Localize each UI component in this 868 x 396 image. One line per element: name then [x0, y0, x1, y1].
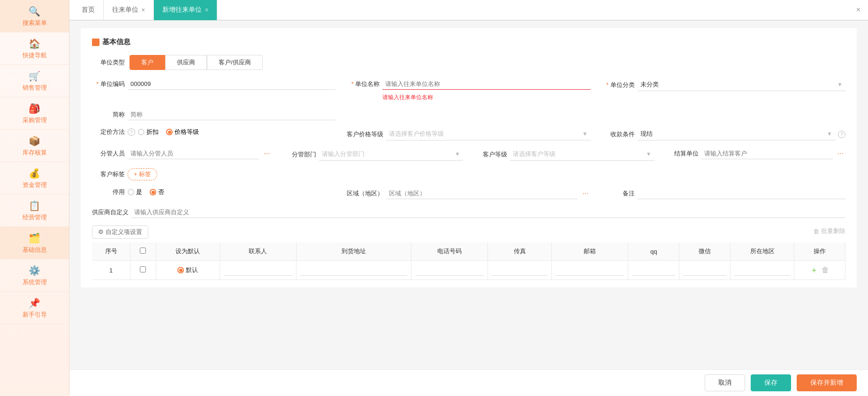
payment-terms-help[interactable]: ? — [838, 131, 845, 138]
sidebar-item-operations[interactable]: 📋 经营管理 — [0, 194, 69, 227]
sidebar-item-sales[interactable]: 🛒 销售管理 — [0, 65, 69, 97]
tab-home[interactable]: 首页 — [73, 0, 104, 20]
th-contact: 联系人 — [220, 242, 296, 261]
custom-settings-button[interactable]: ⚙ 自定义项设置 — [92, 225, 148, 239]
sidebar-label-basics: 基础信息 — [23, 246, 47, 254]
unit-category-label: 单位分类 — [602, 81, 635, 89]
td-email-input[interactable] — [556, 264, 624, 276]
form-row-6: 停用 是 否 区 — [92, 188, 845, 199]
settlement-unit-ellipsis[interactable]: ··· — [836, 149, 845, 158]
td-wechat-input[interactable] — [683, 264, 726, 276]
pricing-method-help[interactable]: ? — [128, 128, 135, 136]
cancel-button[interactable]: 取消 — [705, 374, 745, 391]
supervisor-ellipsis[interactable]: ··· — [262, 149, 272, 158]
customer-tag-label: 客户标签 — [92, 170, 125, 179]
sidebar-item-guide[interactable]: 📌 新手引导 — [0, 292, 69, 324]
th-phone: 电话号码 — [411, 242, 487, 261]
sidebar-item-basics[interactable]: 🗂️ 基础信息 — [0, 227, 69, 259]
td-default-radio-dot — [179, 269, 183, 272]
save-and-new-button[interactable]: 保存并新增 — [797, 374, 857, 391]
field-unit-name: 单位名称 请输入往来单位名称 — [347, 78, 590, 101]
radio-price-level[interactable]: 价格等级 — [166, 128, 199, 136]
tab-partners-close[interactable]: × — [141, 6, 145, 14]
tabs-close-all[interactable]: × — [856, 6, 868, 14]
tab-home-label: 首页 — [82, 6, 95, 14]
td-wechat — [679, 261, 731, 280]
sidebar-item-purchase[interactable]: 🎒 采购管理 — [0, 97, 69, 130]
supervisor-input[interactable] — [128, 148, 259, 159]
field-unit-category: 单位分类 未分类 ▼ — [602, 78, 845, 91]
section-title-basic: 基本信息 — [92, 38, 845, 47]
td-qq-input[interactable] — [632, 264, 675, 276]
unit-category-chevron: ▼ — [837, 81, 843, 88]
add-tag-button[interactable]: + 标签 — [128, 168, 157, 180]
radio-disabled-no[interactable]: 否 — [150, 188, 164, 196]
department-placeholder: 请输入分管部门 — [322, 150, 365, 158]
department-select[interactable]: 请输入分管部门 ▼ — [319, 148, 464, 161]
radio-discount-circle — [138, 129, 145, 135]
settlement-unit-input[interactable] — [701, 148, 833, 159]
payment-terms-select[interactable]: 现结 ▼ — [638, 128, 835, 140]
save-button[interactable]: 保存 — [751, 374, 791, 391]
radio-disabled-yes[interactable]: 是 — [128, 188, 142, 196]
type-btn-both[interactable]: 客户/供应商 — [207, 55, 263, 70]
radio-price-level-dot — [168, 131, 171, 134]
sidebar-item-inventory[interactable]: 📦 库存核算 — [0, 130, 69, 162]
td-contact-input[interactable] — [224, 264, 292, 276]
tab-new-partner-close[interactable]: × — [205, 6, 208, 14]
sidebar-item-quicknav[interactable]: 🏠 快捷导航 — [0, 32, 69, 65]
unit-code-input[interactable] — [128, 78, 335, 90]
settlement-unit-label: 结算单位 — [666, 149, 699, 158]
row-add-icon[interactable]: ＋ — [810, 265, 818, 275]
type-btn-customer[interactable]: 客户 — [129, 55, 165, 70]
th-check — [130, 242, 156, 261]
field-pricing-method: 定价方法 ? 折扣 价格等级 — [92, 128, 335, 136]
td-default-radio[interactable]: 默认 — [177, 266, 198, 274]
payment-terms-value: 现结 — [640, 130, 653, 138]
tab-new-partner-label: 新增往来单位 — [162, 6, 202, 14]
remark-input[interactable] — [638, 188, 845, 199]
tab-bar: 首页 往来单位 × 新增往来单位 × × — [69, 0, 868, 21]
department-chevron: ▼ — [455, 151, 460, 157]
tab-partners[interactable]: 往来单位 × — [104, 0, 154, 20]
td-address-input[interactable] — [300, 264, 407, 276]
row-delete-icon[interactable]: 🗑 — [822, 266, 829, 274]
sidebar-item-finance[interactable]: 💰 资金管理 — [0, 162, 69, 194]
row-checkbox[interactable] — [140, 266, 146, 272]
td-region-input[interactable] — [734, 264, 790, 276]
customer-price-level-label: 客户价格等级 — [347, 130, 383, 139]
th-select-all[interactable] — [140, 248, 146, 254]
batch-delete-button[interactable]: 🗑 批量删除 — [813, 227, 845, 235]
form-row-3: 定价方法 ? 折扣 价格等级 — [92, 128, 845, 140]
sidebar-label-system: 系统管理 — [23, 278, 47, 287]
td-address — [296, 261, 411, 280]
region-ellipsis[interactable]: ··· — [580, 189, 590, 198]
field-customer-price-level: 客户价格等级 请选择客户价格等级 ▼ — [347, 128, 590, 140]
unit-name-input[interactable] — [382, 78, 590, 90]
th-region: 所在地区 — [731, 242, 794, 261]
tab-new-partner[interactable]: 新增往来单位 × — [154, 0, 217, 20]
field-unit-code: 单位编码 — [92, 78, 335, 90]
type-btn-supplier[interactable]: 供应商 — [165, 55, 207, 70]
short-name-input[interactable] — [128, 109, 335, 120]
td-fax-input[interactable] — [492, 264, 548, 276]
region-input[interactable] — [386, 188, 578, 199]
customer-level-select[interactable]: 请选择客户等级 ▼ — [510, 148, 655, 161]
radio-discount[interactable]: 折扣 — [138, 128, 159, 136]
sidebar-item-search[interactable]: 🔍 搜索菜单 — [0, 0, 69, 32]
unit-type-row: 单位类型 客户 供应商 客户/供应商 — [92, 55, 845, 70]
sidebar-label-inventory: 库存核算 — [23, 148, 47, 157]
guide-icon: 📌 — [29, 297, 40, 309]
customer-price-level-select[interactable]: 请选择客户价格等级 ▼ — [386, 128, 590, 140]
td-phone-input[interactable] — [415, 264, 484, 276]
field-settlement-unit: 结算单位 ··· — [666, 148, 846, 159]
th-email: 邮箱 — [552, 242, 628, 261]
home-icon: 🏠 — [29, 38, 40, 49]
sidebar-item-system[interactable]: ⚙️ 系统管理 — [0, 259, 69, 292]
unit-category-select[interactable]: 未分类 ▼ — [638, 78, 845, 91]
supplier-custom-input[interactable] — [131, 207, 845, 218]
field-disabled: 停用 是 否 — [92, 188, 335, 196]
content-area: 基本信息 单位类型 客户 供应商 客户/供应商 单位编码 单位名称 — [69, 21, 868, 369]
th-fax: 传真 — [488, 242, 552, 261]
radio-price-level-label: 价格等级 — [175, 128, 199, 136]
